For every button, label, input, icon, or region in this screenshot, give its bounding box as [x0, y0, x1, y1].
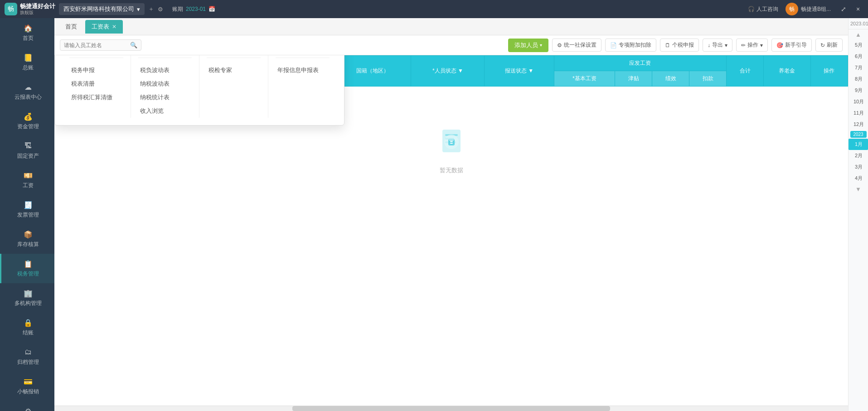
empty-illustration [433, 123, 470, 159]
close-period-icon: 🔒 [24, 318, 33, 327]
tax-report-icon: 🗒 [665, 42, 670, 48]
tab-payroll[interactable]: 工资表 ✕ [85, 20, 123, 34]
sidebar-item-cloud-reports[interactable]: ☁ 云报表中心 [0, 77, 54, 106]
add-company-icon[interactable]: ＋ [148, 5, 154, 13]
analysis-category-header: 📊 分析 [138, 55, 192, 58]
settings-nav-icon: ⚙ [24, 406, 33, 411]
sidebar-item-multi-org[interactable]: 🏢 多机构管理 [0, 283, 54, 313]
calendar-month-8[interactable]: 8月 [849, 73, 868, 85]
calendar-up-btn[interactable]: ▲ [853, 29, 863, 39]
calendar-down-btn[interactable]: ▼ [853, 184, 863, 194]
menu-annual-report[interactable]: 年报信息申报表 [276, 63, 330, 77]
app-name-text: 畅捷通好会计 旗舰版 [20, 3, 55, 15]
sidebar-item-invoice[interactable]: 🧾 发票管理 [0, 195, 54, 224]
calendar-month-2[interactable]: 2月 [849, 150, 868, 161]
col-header-base-salary: *基本工资 [554, 71, 615, 87]
calendar-icon[interactable]: 📅 [209, 6, 215, 12]
menu-income-tax-calc[interactable]: 所得税汇算清缴 [69, 91, 123, 104]
user-name: 畅捷通B组... [801, 5, 831, 13]
add-employee-button[interactable]: 添加人员 ▾ [508, 39, 548, 52]
calendar-month-12[interactable]: 12月 [849, 119, 868, 130]
col-header-performance: 绩效 [652, 71, 689, 87]
company-dropdown-icon: ▾ [137, 6, 140, 13]
logo-area: 畅 畅捷通好会计 旗舰版 [5, 3, 59, 15]
sidebar-item-payroll[interactable]: 💴 工资 [0, 165, 54, 195]
tab-bar: 首页 工资表 ✕ [54, 18, 848, 35]
company-selector[interactable]: 西安虾米网络科技有限公司 ▾ [59, 3, 145, 15]
sidebar-label-archive: 归档管理 [17, 358, 39, 366]
status-filter-icon[interactable]: ▼ [458, 68, 463, 74]
col-header-report-status: 报送状态 ▼ [485, 56, 554, 87]
period-value: 2023-01 [186, 6, 206, 12]
sidebar-item-inventory[interactable]: 📦 库存核算 [0, 224, 54, 254]
operations-btn[interactable]: ✏ 操作 ▾ [736, 39, 768, 52]
calendar-month-6[interactable]: 6月 [849, 51, 868, 62]
col-header-nationality: 国籍（地区） [334, 56, 411, 87]
col-header-pension: 养老金 [764, 56, 811, 87]
col-header-action: 操作 [810, 56, 848, 87]
sidebar-label-assets: 固定资产 [17, 152, 39, 160]
sidebar-label-ledger: 总账 [23, 64, 34, 72]
calendar-month-3[interactable]: 3月 [849, 161, 868, 173]
menu-tax-fluctuation[interactable]: 纳税波动表 [138, 77, 192, 91]
col-header-deduction: 扣款 [689, 71, 727, 87]
calendar-month-10[interactable]: 10月 [849, 96, 868, 107]
sidebar-item-close-period[interactable]: 🔒 结账 [0, 313, 54, 342]
support-link[interactable]: 🎧 人工咨询 [748, 5, 778, 13]
tax-expert-category-header: 🔍 税检专家 [207, 55, 261, 58]
tab-home[interactable]: 首页 [59, 20, 83, 34]
restore-button[interactable]: ⤢ [838, 4, 849, 15]
sidebar-item-basic-settings[interactable]: ⚙ 基础设置 [0, 401, 54, 411]
employee-search-input[interactable] [64, 42, 127, 48]
menu-tax-stats[interactable]: 纳税统计表 [138, 91, 192, 104]
sidebar-item-fixed-assets[interactable]: 🏗 固定资产 [0, 136, 54, 165]
company-name: 西安虾米网络科技有限公司 [63, 5, 134, 13]
sidebar-item-general-ledger[interactable]: 📒 总账 [0, 48, 54, 77]
menu-income-browse[interactable]: 收入浏览 [138, 104, 192, 118]
report-filter-icon[interactable]: ▼ [528, 68, 533, 74]
menu-tax-burden[interactable]: 税负波动表 [138, 63, 192, 77]
calendar-month-1[interactable]: 1月 [849, 139, 868, 150]
social-insurance-btn[interactable]: ⚙ 统一社保设置 [552, 39, 601, 52]
personal-tax-btn[interactable]: 🗒 个税申报 [660, 39, 699, 52]
calendar-year-badge: 2023 [850, 131, 867, 138]
svg-rect-7 [450, 143, 453, 144]
sidebar-label-cloud: 云报表中心 [15, 93, 42, 101]
toolbar: 🔍 添加人员 ▾ ⚙ 统一社保设置 📄 专项附加扣除 🗒 个税申报 ↓ 导出 [54, 35, 848, 55]
bottom-scrollbar[interactable] [54, 406, 848, 411]
refresh-icon: ↻ [820, 42, 825, 48]
sidebar-item-xiao-chang[interactable]: 💳 小畅报销 [0, 372, 54, 401]
calendar-month-7[interactable]: 7月 [849, 62, 868, 73]
refresh-btn[interactable]: ↻ 刷新 [815, 39, 843, 52]
payroll-icon: 💴 [24, 171, 33, 180]
sidebar-item-archive[interactable]: 🗂 归档管理 [0, 342, 54, 372]
sidebar-item-home[interactable]: 🏠 首页 [0, 18, 54, 48]
top-header: 畅 畅捷通好会计 旗舰版 西安虾米网络科技有限公司 ▾ ＋ ⚙ 账期 2023-… [0, 0, 868, 18]
menu-tax-check[interactable]: 税检专家 [207, 63, 261, 77]
sidebar-item-tax-mgmt[interactable]: 📋 税务管理 [0, 254, 54, 283]
special-deduction-btn[interactable]: 📄 专项附加扣除 [605, 39, 656, 52]
calendar-month-9[interactable]: 9月 [849, 85, 868, 96]
user-profile[interactable]: 畅 畅捷通B组... [786, 3, 831, 15]
calendar-month-5[interactable]: 5月 [849, 39, 868, 51]
dropdown-col-declare: 📋 申报 税务申报 税表清册 所得税汇算清缴 [62, 55, 131, 118]
sidebar-label-invoice: 发票管理 [17, 211, 39, 219]
tax-icon: 📋 [24, 259, 33, 268]
col-header-allowance: 津贴 [615, 71, 652, 87]
export-btn[interactable]: ↓ 导出 ▾ [703, 39, 732, 52]
window-controls: ⤢ × [838, 4, 863, 15]
calendar-month-11[interactable]: 11月 [849, 107, 868, 119]
tab-close-payroll[interactable]: ✕ [112, 24, 116, 30]
add-dropdown-arrow: ▾ [540, 43, 542, 48]
menu-tax-declare[interactable]: 税务申报 [69, 63, 123, 77]
close-button[interactable]: × [853, 4, 863, 15]
biz-info-category-header: 🏢 工商信息 [276, 55, 330, 58]
settings-icon[interactable]: ⚙ [158, 6, 163, 13]
new-guide-toolbar-btn[interactable]: 🎯 新手引导 [771, 39, 812, 52]
sidebar-item-fund-mgmt[interactable]: 💰 资金管理 [0, 106, 54, 136]
calendar-month-4[interactable]: 4月 [849, 173, 868, 184]
sidebar-label-payroll: 工资 [23, 182, 34, 189]
cloud-icon: ☁ [24, 82, 33, 92]
ops-arrow: ▾ [760, 42, 763, 48]
menu-tax-table[interactable]: 税表清册 [69, 77, 123, 91]
